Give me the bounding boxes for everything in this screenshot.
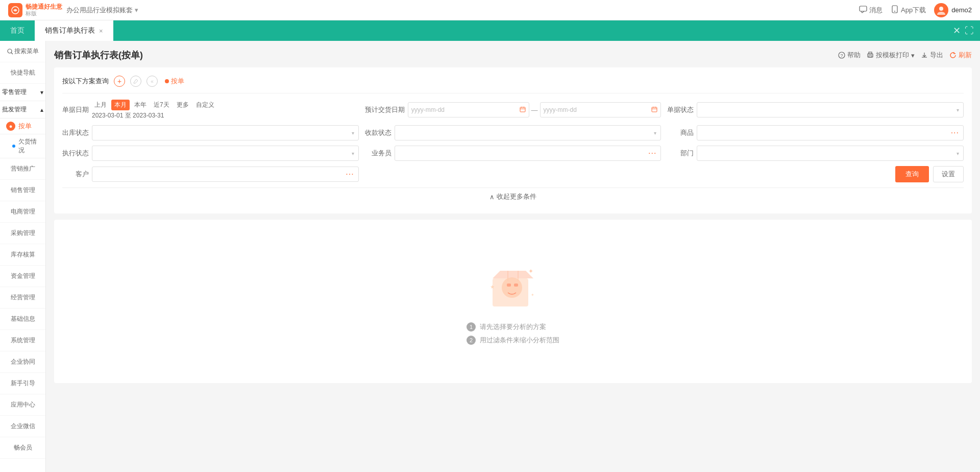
salesperson-dots: ··· — [648, 149, 656, 158]
refresh-btn[interactable]: 刷新 — [949, 51, 972, 60]
print-dropdown-icon[interactable]: ▾ — [911, 52, 915, 59]
tab-close-icon[interactable]: × — [99, 27, 103, 35]
expected-date-end[interactable]: yyyy-mm-dd — [540, 102, 662, 117]
message-btn[interactable]: 消息 — [859, 5, 883, 15]
expected-date-start[interactable]: yyyy-mm-dd — [408, 102, 529, 117]
sidebar-sub-owe[interactable]: 欠货情况 — [0, 134, 45, 158]
query-btn-area: 查询 设置 — [667, 166, 964, 182]
sidebar: 搜索菜单 快捷导航 零售管理 ▾ 批发管理 ▴ ● 按单 欠货情况 营销推广 销… — [0, 41, 46, 472]
logo-subtitle: 标版 — [26, 10, 62, 17]
doc-status-select[interactable]: ▾ — [697, 102, 964, 117]
svg-text:?: ? — [840, 53, 843, 58]
collapse-more-btn[interactable]: ∧ 收起更多条件 — [62, 187, 964, 205]
sidebar-quick-nav[interactable]: 快捷导航 — [0, 62, 45, 84]
help-label: 帮助 — [847, 51, 861, 60]
doc-date-label: 单据日期 — [62, 105, 89, 114]
tip1-text: 请先选择要分析的方案 — [480, 322, 546, 332]
product-dots: ··· — [951, 128, 959, 137]
sidebar-item-retail[interactable]: 零售管理 ▾ — [0, 84, 45, 101]
date-btn-this-year[interactable]: 本年 — [132, 100, 149, 110]
tab-bar-actions: ✕ ⛶ — [953, 25, 980, 36]
sidebar-item-ecom[interactable]: 电商管理 — [0, 201, 45, 223]
close-tab-btn[interactable]: ✕ — [953, 25, 961, 36]
doc-date-controls: 上月 本月 本年 近7天 更多 自定义 2023-03-01 至 2023-03… — [92, 100, 359, 120]
date-quick-btns: 上月 本月 本年 近7天 更多 自定义 — [92, 100, 359, 110]
sidebar-item-inventory[interactable]: 库存核算 — [0, 244, 45, 266]
product-select[interactable]: ··· — [697, 125, 964, 140]
sidebar-item-system[interactable]: 系统管理 — [0, 330, 45, 351]
sidebar-item-corpwx[interactable]: 企业微信 — [0, 416, 45, 437]
scheme-edit-btn[interactable] — [130, 76, 141, 87]
date-btn-this-month[interactable]: 本月 — [111, 100, 130, 110]
expected-date-end-placeholder: yyyy-mm-dd — [544, 106, 577, 113]
collect-status-select[interactable]: ▾ — [395, 125, 662, 140]
tip1-num: 1 — [467, 322, 476, 332]
tab-home-label: 首页 — [10, 26, 24, 35]
sidebar-item-wholesale[interactable]: 批发管理 ▴ — [0, 101, 45, 119]
collapse-icon: « — [151, 79, 154, 84]
help-btn[interactable]: ? 帮助 — [838, 51, 861, 60]
export-btn[interactable]: 导出 — [921, 51, 943, 60]
sidebar-sub-press-order[interactable]: ● 按单 — [0, 119, 45, 134]
tab-home[interactable]: 首页 — [0, 20, 35, 41]
tab-sales-execution-label: 销售订单执行表 — [45, 26, 95, 35]
fullscreen-btn[interactable]: ⛶ — [965, 26, 974, 36]
exec-status-label: 执行状态 — [62, 149, 89, 158]
sidebar-item-purchase[interactable]: 采购管理 — [0, 223, 45, 244]
sidebar-item-apps[interactable]: 应用中心 — [0, 394, 45, 416]
department-select[interactable]: ▾ — [697, 146, 964, 161]
svg-point-3 — [894, 11, 895, 12]
query-btn[interactable]: 查询 — [895, 166, 929, 182]
sidebar-quick-nav-label: 快捷导航 — [11, 69, 35, 76]
sidebar-item-marketing[interactable]: 营销推广 — [0, 158, 45, 180]
customer-select[interactable]: ··· — [92, 167, 359, 182]
department-field: 部门 ▾ — [667, 146, 964, 161]
app-download-label: App下载 — [901, 6, 926, 15]
tab-sales-execution[interactable]: 销售订单执行表 × — [35, 20, 113, 41]
empty-tip-1: 1 请先选择要分析的方案 — [467, 322, 559, 332]
sidebar-item-newbie[interactable]: 新手引导 — [0, 373, 45, 394]
date-btn-7days[interactable]: 近7天 — [151, 100, 172, 110]
scheme-collapse-btn[interactable]: « — [146, 76, 158, 87]
breadcrumb-dropdown-icon[interactable]: ▾ — [135, 6, 138, 14]
empty-tip-2: 2 用过滤条件来缩小分析范围 — [467, 336, 559, 345]
scheme-add-btn[interactable]: + — [114, 76, 125, 87]
date-btn-custom[interactable]: 自定义 — [193, 100, 217, 110]
svg-text:★: ★ — [490, 284, 495, 290]
sidebar-item-sales[interactable]: 销售管理 — [0, 180, 45, 201]
print-btn[interactable]: 按模板打印 ▾ — [867, 51, 915, 60]
active-scheme-dot — [165, 79, 169, 83]
salesperson-select[interactable]: ··· — [395, 146, 662, 161]
sidebar-item-finance[interactable]: 资金管理 — [0, 266, 45, 287]
setting-btn[interactable]: 设置 — [933, 166, 964, 182]
sidebar-item-member[interactable]: 畅会员 — [0, 437, 45, 459]
svg-rect-22 — [507, 284, 511, 287]
user-area[interactable]: demo2 — [934, 3, 972, 17]
logo-text: 畅捷通好生意 — [26, 3, 62, 10]
filter-row-3: 执行状态 ▾ 业务员 ··· 部门 — [62, 146, 964, 161]
sidebar-search[interactable]: 搜索菜单 — [0, 41, 45, 62]
product-field: 商品 ··· — [667, 125, 964, 140]
date-btn-more[interactable]: 更多 — [174, 100, 191, 110]
product-label: 商品 — [667, 128, 694, 137]
app-download-btn[interactable]: App下载 — [891, 5, 926, 15]
empty-tips: 1 请先选择要分析的方案 2 用过滤条件来缩小分析范围 — [467, 322, 559, 345]
sidebar-item-company[interactable]: 企业协同 — [0, 351, 45, 373]
expected-date-range: yyyy-mm-dd — yyyy-mm-dd — [408, 102, 662, 117]
collect-status-caret: ▾ — [654, 130, 656, 136]
exec-status-select[interactable]: ▾ — [92, 146, 359, 161]
svg-rect-1 — [860, 6, 867, 11]
sidebar-item-basic[interactable]: 基础信息 — [0, 309, 45, 330]
date-range-text: 2023-03-01 至 2023-03-31 — [92, 111, 359, 120]
date-btn-last-month[interactable]: 上月 — [92, 100, 109, 110]
expected-date-label: 预计交货日期 — [365, 105, 405, 114]
sidebar-item-operations[interactable]: 经营管理 — [0, 287, 45, 309]
ship-status-select[interactable]: ▾ — [92, 125, 359, 140]
date-separator: — — [531, 106, 538, 114]
empty-state: ✦ ★ ✦ 1 请先选择要分析的方案 2 — [54, 220, 972, 383]
svg-point-5 — [8, 49, 12, 53]
sidebar-item-wholesale-label: 批发管理 — [2, 105, 27, 114]
ship-status-caret: ▾ — [352, 130, 354, 136]
svg-rect-12 — [520, 107, 525, 112]
empty-svg: ✦ ★ ✦ — [482, 258, 544, 314]
